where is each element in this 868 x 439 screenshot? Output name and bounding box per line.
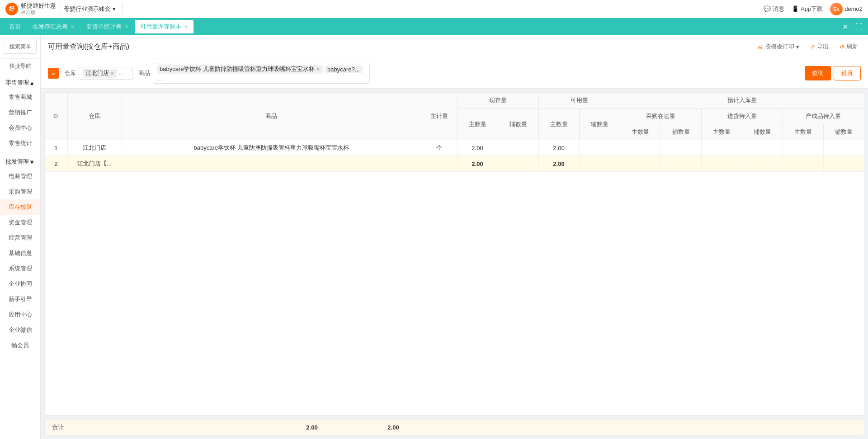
content-area: 可用量查询(按仓库+商品) 🖨 按模板打印 ▾ ↗ 导出 ↺ 刷新: [41, 35, 868, 439]
sidebar-item-basics[interactable]: 基础信息: [0, 245, 40, 261]
footer-current-main: 2.00: [292, 424, 332, 431]
cell-product-sub: [122, 156, 421, 172]
sidebar-group-wholesale-label: 批发管理: [5, 158, 29, 166]
warehouse-tag: 江北门店 ✕: [83, 69, 117, 78]
query-btn[interactable]: 查询: [805, 66, 831, 80]
th-product-pending: 产成品待入量: [783, 109, 864, 124]
sidebar-item-guide[interactable]: 新手引导: [0, 292, 40, 307]
cell-avail-aux-sub: [579, 156, 620, 172]
sidebar: 搜索菜单 快捷导航 零售管理 ▲ 零售商城 营销推广 会员中心 零售统计 批发管…: [0, 35, 41, 439]
tab-home[interactable]: 首页: [4, 20, 26, 33]
cell-avail-main-sub: 2.00: [538, 156, 579, 172]
product-more[interactable]: ...: [157, 76, 161, 82]
user-area[interactable]: Ea demo2: [830, 3, 863, 15]
warehouse-tag-remove[interactable]: ✕: [110, 71, 114, 76]
warehouse-label: 仓库: [64, 69, 76, 77]
product-tag-2: babycare?...: [325, 66, 363, 73]
message-icon: 💬: [764, 5, 771, 12]
logo-icon: 好: [5, 3, 18, 15]
cell-inbound-aux: [742, 140, 783, 156]
sidebar-item-inventory[interactable]: 库存核算: [0, 199, 40, 215]
setting-btn[interactable]: 设置: [834, 66, 861, 80]
sidebar-item-wechat[interactable]: 企业微信: [0, 322, 40, 338]
tab-close-all-btn[interactable]: ✕: [840, 22, 850, 32]
page-header: 可用量查询(按仓库+商品) 🖨 按模板打印 ▾ ↗ 导出 ↺ 刷新: [41, 35, 868, 58]
th-current-stock: 现存量: [457, 93, 538, 109]
filter-actions: 查询 设置: [805, 66, 861, 80]
print-btn[interactable]: 🖨 按模板打印 ▾: [755, 41, 802, 52]
main-layout: 搜索菜单 快捷导航 零售管理 ▲ 零售商城 营销推广 会员中心 零售统计 批发管…: [0, 35, 868, 439]
tab-available-label: 可用量库存账本: [140, 23, 181, 31]
sidebar-group-retail[interactable]: 零售管理 ▲: [0, 74, 40, 90]
tab-available[interactable]: 可用量库存账本 ✕: [135, 20, 193, 33]
app-download-label: App下载: [801, 5, 823, 13]
sidebar-item-retail-mall[interactable]: 零售商城: [0, 90, 40, 105]
product-label: 商品: [138, 69, 150, 77]
sidebar-item-member[interactable]: 会员中心: [0, 120, 40, 136]
cell-prod-aux-sub: [823, 156, 864, 172]
export-icon: ↗: [810, 43, 815, 50]
cell-prod-main-sub: [783, 156, 823, 172]
export-btn[interactable]: ↗ 导出: [807, 41, 831, 52]
cell-warehouse-sub: 江北门店【...: [67, 156, 122, 172]
product-tag-1-text: babycare学饮杯 儿童防摔防撞吸管杯重力球吸嘴杯宝宝水杯: [160, 65, 315, 73]
sidebar-item-purchase[interactable]: 采购管理: [0, 184, 40, 199]
tab-order-label: 要货单统计表: [86, 23, 122, 31]
sidebar-item-finance[interactable]: 资金管理: [0, 215, 40, 230]
sidebar-item-retail-stats[interactable]: 零售统计: [0, 136, 40, 151]
th-settings[interactable]: ⚙: [45, 93, 67, 140]
search-menu-btn[interactable]: 搜索菜单: [4, 40, 37, 54]
th-warehouse: 仓库: [67, 93, 122, 140]
filter-expand-btn[interactable]: »: [48, 68, 59, 79]
cell-purchase-main: [620, 140, 660, 156]
app-download-btn[interactable]: 📱 App下载: [792, 5, 823, 13]
refresh-btn[interactable]: ↺ 刷新: [837, 41, 861, 52]
product-tag-2-text: babycare?...: [327, 66, 360, 73]
cell-prod-aux: [823, 140, 864, 156]
tab-receive[interactable]: 收发存汇总表 ✕: [27, 20, 80, 33]
cell-index-sub: 2: [45, 156, 67, 172]
sidebar-item-vip[interactable]: 畅会员: [0, 338, 40, 353]
message-btn[interactable]: 💬 消息: [764, 5, 784, 13]
th-inbound-main: 主数量: [701, 124, 742, 140]
top-bar-left: 好 畅捷通好生意 标准版 母婴行业演示账套 ▾: [5, 2, 123, 15]
print-icon: 🖨: [757, 43, 763, 50]
print-label: 按模板打印: [765, 42, 794, 51]
warehouse-tags[interactable]: 江北门店 ✕ ...: [79, 67, 133, 80]
product-tags[interactable]: babycare学饮杯 儿童防摔防撞吸管杯重力球吸嘴杯宝宝水杯 ✕ babyca…: [153, 63, 370, 84]
sidebar-item-ecommerce[interactable]: 电商管理: [0, 169, 40, 184]
sidebar-item-collab[interactable]: 企业协同: [0, 276, 40, 292]
tab-available-close[interactable]: ✕: [184, 24, 188, 30]
th-purchase-aux: 辅数量: [660, 124, 701, 140]
logo-text: 畅捷通好生意 标准版: [21, 2, 56, 15]
table-footer: 合计 2.00 2.00: [44, 419, 864, 435]
sidebar-item-system[interactable]: 系统管理: [0, 261, 40, 276]
th-planned-in: 预计入库量: [620, 93, 864, 109]
chevron-down-icon: ▾: [113, 5, 116, 12]
th-unit: 主计量: [421, 93, 457, 140]
cell-purchase-main-sub: [620, 156, 660, 172]
sidebar-group-retail-label: 零售管理: [5, 79, 29, 87]
industry-select[interactable]: 母婴行业演示账套 ▾: [60, 3, 123, 15]
tab-order[interactable]: 要货单统计表 ✕: [81, 20, 134, 33]
filter-bar: » 仓库 江北门店 ✕ ... 商品 babycare学饮杯 儿童防摔防撞吸管杯…: [41, 58, 868, 89]
cell-current-main-sub: 2.00: [457, 156, 498, 172]
sidebar-item-appstore[interactable]: 应用中心: [0, 307, 40, 322]
table-body: 1 江北门店 babycare学饮杯 儿童防摔防撞吸管杯重力球吸嘴杯宝宝水杯 个…: [45, 140, 864, 172]
tab-expand-btn[interactable]: ⛶: [854, 22, 864, 32]
table-container: ⚙ 仓库 商品 主计量 现存量 可用量 预计入库量 主数量 辅数量 主数量 辅数…: [44, 92, 864, 415]
product-tag-1-remove[interactable]: ✕: [316, 66, 320, 72]
warehouse-more[interactable]: ...: [119, 70, 123, 76]
sidebar-quick-nav[interactable]: 快捷导航: [0, 59, 40, 74]
tab-order-close[interactable]: ✕: [124, 24, 128, 30]
tab-receive-close[interactable]: ✕: [71, 24, 75, 30]
logo-area: 好 畅捷通好生意 标准版: [5, 2, 56, 15]
cell-purchase-aux-sub: [660, 156, 701, 172]
sidebar-item-operation[interactable]: 经营管理: [0, 230, 40, 245]
refresh-label: 刷新: [846, 42, 858, 51]
sidebar-group-wholesale[interactable]: 批发管理 ▼: [0, 153, 40, 169]
settings-icon[interactable]: ⚙: [53, 113, 59, 120]
cell-inbound-main-sub: [701, 156, 742, 172]
th-purchase-transit: 采购在途量: [620, 109, 701, 124]
sidebar-item-marketing[interactable]: 营销推广: [0, 105, 40, 120]
